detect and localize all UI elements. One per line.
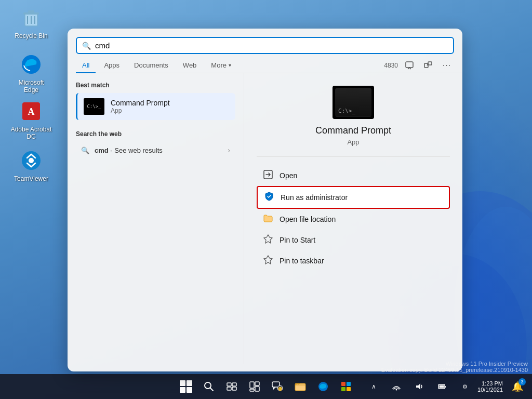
svg-point-19 [205,382,211,389]
svg-rect-14 [406,62,413,68]
svg-rect-34 [341,382,345,386]
best-match-text: Command Prompt App [111,99,170,114]
clock[interactable]: 1:23 PM 10/1/2021 [477,380,505,393]
search-tabs: All Apps Documents Web More ▾ 4830 [68,54,462,73]
taskbar-edge-button[interactable] [313,376,334,397]
result-count: 4830 [384,62,398,69]
desktop-icon-edge[interactable]: Microsoft Edge [10,52,52,94]
feedback-icon[interactable] [402,58,417,73]
recycle-bin-icon [19,5,44,30]
best-match-app-type: App [111,107,170,114]
pin-taskbar-icon [263,255,273,267]
teamviewer-label: TeamViewer [14,175,48,182]
action-open-file-location-label: Open file location [280,215,336,223]
widgets-button[interactable] [244,376,265,397]
chat-button[interactable]: 😊 [267,376,288,397]
best-match-app-name: Command Prompt [111,99,170,107]
notification-badge[interactable]: 🔔 3 [507,376,528,397]
clock-time: 1:23 PM [482,380,503,387]
search-bar-container: 🔍 [76,37,454,54]
web-search-icon: 🔍 [81,147,89,154]
action-pin-to-taskbar-label: Pin to taskbar [280,257,324,265]
svg-rect-26 [255,382,259,385]
action-run-as-admin-label: Run as administrator [281,193,348,202]
tab-documents[interactable]: Documents [128,58,175,73]
search-input[interactable] [95,41,448,50]
taskbar-center: 😊 [176,376,356,397]
search-content: Best match C:\>_ Command Prompt App Sear… [68,73,462,364]
tab-apps[interactable]: Apps [98,58,126,73]
svg-rect-22 [232,383,236,386]
action-pin-to-start[interactable]: Pin to Start [257,230,450,250]
app-large-icon: C:\>_ [332,86,374,119]
edge-icon [19,52,44,77]
chevron-up-icon[interactable]: ∧ [363,376,384,397]
search-bar-icon: 🔍 [82,42,91,50]
tab-more[interactable]: More ▾ [205,58,237,73]
svg-rect-27 [255,387,259,391]
acrobat-icon: A [19,99,44,124]
cmd-icon-small: C:\>_ [84,98,104,115]
tabs-right: 4830 ··· [384,58,454,73]
action-open-label: Open [280,171,297,180]
best-match-item[interactable]: C:\>_ Command Prompt App [76,93,235,120]
action-pin-to-taskbar[interactable]: Pin to taskbar [257,250,450,271]
settings-quick-icon[interactable]: ⚙ [455,376,475,397]
svg-rect-32 [295,383,305,391]
left-panel: Best match C:\>_ Command Prompt App Sear… [68,73,244,364]
svg-rect-16 [428,62,432,65]
recycle-bin-label: Recycle Bin [15,32,47,39]
share-icon[interactable] [421,58,435,73]
svg-line-20 [210,388,213,391]
pin-start-icon [263,234,273,246]
svg-rect-5 [28,10,34,13]
desktop-icon-recycle-bin[interactable]: Recycle Bin [10,5,52,39]
speaker-icon[interactable] [409,376,430,397]
chevron-down-icon: ▾ [229,62,231,68]
right-panel: C:\>_ Command Prompt App Open [244,73,462,364]
svg-rect-35 [347,382,351,386]
tab-all[interactable]: All [76,58,96,73]
more-options-icon[interactable]: ··· [440,58,454,73]
start-button[interactable] [176,376,196,397]
chevron-right-icon: › [228,146,230,154]
folder-icon [263,214,273,225]
web-search-item[interactable]: 🔍 cmd - See web results › [76,142,235,158]
desktop-icon-acrobat[interactable]: A Adobe Acrobat DC [10,99,52,141]
svg-text:A: A [28,107,35,117]
action-open[interactable]: Open [257,165,450,186]
svg-rect-23 [227,387,231,390]
battery-icon[interactable] [432,376,453,397]
svg-rect-28 [250,389,254,391]
action-run-as-admin[interactable]: Run as administrator [257,186,450,209]
right-panel-app-type: App [347,138,359,146]
taskbar-right: ∧ ⚙ 1:23 PM 10/1/2021 [363,376,528,397]
web-search-label: Search the web [76,130,235,138]
svg-rect-21 [227,383,231,386]
network-icon[interactable] [386,376,407,397]
divider [257,156,450,157]
tab-web[interactable]: Web [177,58,203,73]
search-panel: 🔍 All Apps Documents Web More ▾ 4830 [68,29,462,371]
svg-text:😊: 😊 [278,387,283,391]
svg-point-13 [29,158,34,163]
desktop-icon-teamviewer[interactable]: TeamViewer [10,148,52,182]
file-explorer-button[interactable] [290,376,311,397]
teamviewer-icon [19,148,44,173]
svg-rect-24 [232,387,236,390]
store-button[interactable] [336,376,356,397]
action-pin-to-start-label: Pin to Start [280,236,315,244]
svg-rect-37 [347,387,351,391]
acrobat-label: Adobe Acrobat DC [10,126,52,141]
svg-rect-41 [440,385,444,388]
taskbar-search-button[interactable] [198,376,219,397]
windows-logo [180,380,192,393]
task-view-button[interactable] [221,376,242,397]
action-list: Open Run as administrator [257,165,450,271]
taskbar: 😊 [0,374,532,399]
web-search-section: Search the web 🔍 cmd - See web results › [76,130,235,158]
best-match-label: Best match [76,82,235,89]
shield-icon [264,192,274,203]
action-open-file-location[interactable]: Open file location [257,209,450,230]
clock-date: 10/1/2021 [477,387,503,393]
